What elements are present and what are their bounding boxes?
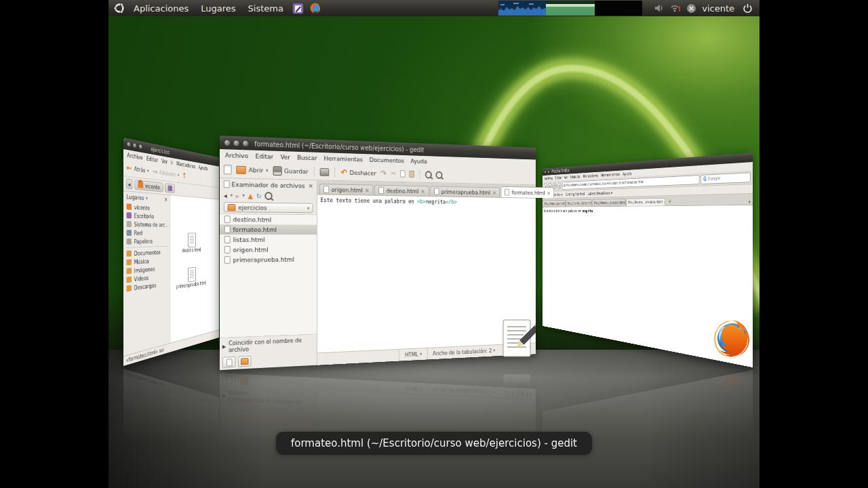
desktop-icon	[127, 212, 132, 218]
file-row-origen[interactable]: origen.html	[220, 245, 317, 255]
close-tab-icon[interactable]: ✕	[421, 188, 425, 194]
maximize-button[interactable]	[242, 140, 250, 147]
place-red[interactable]: Red	[123, 228, 170, 237]
tab-primeraprueba[interactable]: primeraprueba.html✕	[430, 186, 500, 197]
user-menu[interactable]: vicente	[702, 3, 734, 14]
close-tab-icon[interactable]: ✕	[547, 190, 550, 196]
file-icon	[505, 189, 509, 196]
cut-icon[interactable]: ✂	[391, 169, 396, 178]
file-browser-view-button[interactable]	[238, 356, 251, 367]
file-row-listas[interactable]: listas.html	[220, 235, 317, 245]
tab-formateo[interactable]: formateo.html✕	[501, 186, 554, 198]
language-combo[interactable]: HTML▾	[399, 348, 427, 361]
menu-ayuda[interactable]: Ayuda	[410, 157, 427, 165]
copy-icon[interactable]	[400, 170, 406, 177]
menu-buscar[interactable]: Buscar	[297, 154, 317, 162]
menu-ir[interactable]: Ir	[171, 159, 174, 166]
home-icon	[138, 182, 143, 188]
redo-icon[interactable]: ↷	[380, 170, 387, 177]
network-monitor-applet[interactable]	[595, 1, 642, 16]
paste-icon[interactable]	[410, 171, 415, 178]
documents-view-button[interactable]	[222, 357, 235, 368]
gedit-app-badge	[500, 317, 536, 365]
new-tab-icon[interactable]: ＋	[667, 197, 672, 206]
menu-herramientas[interactable]: Herramientas	[324, 155, 363, 163]
menu-aplicaciones[interactable]: Aplicaciones	[127, 3, 195, 14]
open-button[interactable]: Abrir▾	[236, 165, 268, 174]
file-icon	[224, 246, 231, 253]
tab-4[interactable]: file:///home...rmateo.html✕	[626, 198, 665, 206]
menu-herramientas[interactable]: Herramientas	[601, 171, 620, 178]
me-menu-icon[interactable]	[686, 3, 696, 14]
up-folder-icon[interactable]: ▲	[248, 192, 253, 199]
minimize-button[interactable]	[233, 139, 240, 146]
menu-archivo[interactable]: Archivo	[225, 151, 248, 159]
print-icon[interactable]	[320, 168, 330, 176]
replace-icon[interactable]	[436, 171, 443, 178]
places-header[interactable]: Lugares	[127, 193, 144, 201]
folder-videos-icon	[127, 277, 132, 283]
menu-ver[interactable]: Ver	[280, 153, 290, 161]
file-icon	[224, 236, 231, 243]
panel-header[interactable]: Examinador de archivos	[232, 180, 305, 189]
power-icon[interactable]	[743, 3, 753, 14]
menu-documentos[interactable]: Documentos	[370, 156, 404, 164]
nautilus-file-pane[interactable]: destino.html primeraprueba.html	[170, 195, 218, 343]
tab-3[interactable]: file:///home...destino.html✕	[592, 199, 625, 206]
places-close-icon[interactable]: ✕	[164, 197, 167, 203]
close-tab-icon[interactable]: ✕	[365, 187, 369, 194]
cpu-monitor-applet[interactable]	[498, 1, 546, 16]
menu-archivo[interactable]: Archivo	[127, 151, 142, 161]
menu-lugares[interactable]: Lugares	[195, 3, 241, 14]
crumb-next[interactable]	[165, 183, 175, 193]
search-box[interactable]: G Google	[701, 172, 751, 184]
desktop-icon	[167, 185, 172, 191]
forward-button[interactable]: → Adelante▾	[153, 168, 179, 178]
maximize-button[interactable]	[138, 143, 142, 150]
save-button[interactable]: Guardar	[273, 166, 309, 176]
tab-destino[interactable]: destino.html✕	[374, 185, 429, 196]
places-dropdown-icon[interactable]: ▾	[146, 196, 147, 201]
file-row-primeraprueba[interactable]: primeraprueba.html	[220, 254, 317, 265]
file-row-destino[interactable]: destino.html	[220, 214, 317, 225]
close-button[interactable]	[127, 141, 132, 148]
prev-location-icon[interactable]: ◂	[224, 192, 227, 199]
tab-width-combo[interactable]: Ancho de la tabulación: 2▾	[427, 345, 500, 360]
crumb-home[interactable]: vicente	[134, 180, 163, 192]
place-papelera[interactable]: Papelera	[123, 237, 170, 246]
new-document-icon[interactable]	[224, 165, 232, 174]
filter-icon[interactable]	[265, 192, 273, 200]
close-tab-icon[interactable]: ✕	[492, 190, 496, 196]
firefox-launcher-icon[interactable]	[309, 2, 321, 14]
bookmark-latest-headlines[interactable]: Latest Headlines ▾	[588, 190, 613, 196]
gedit-launcher-icon[interactable]	[292, 3, 304, 14]
place-sistema[interactable]: Sistema de arc...	[123, 220, 170, 228]
tab-origen[interactable]: origen.html✕	[319, 184, 374, 195]
menu-editar[interactable]: Editar	[256, 152, 274, 161]
up-icon[interactable]: ↑	[182, 173, 186, 180]
crumb-scroll-left[interactable]: ◂	[126, 178, 132, 189]
forward-icon: →	[153, 168, 157, 175]
ubuntu-logo[interactable]	[114, 3, 125, 14]
memory-monitor-applet[interactable]	[546, 1, 595, 16]
refresh-icon[interactable]: ↻	[256, 192, 262, 199]
next-location-icon[interactable]: ▸	[236, 192, 239, 199]
volume-icon[interactable]	[654, 3, 665, 13]
undo-button[interactable]: ↶ Deshacer	[340, 169, 376, 177]
menu-ayuda[interactable]: Ayuda	[199, 164, 208, 171]
folder-combo[interactable]: ejercicios ▾	[224, 202, 313, 213]
menu-ayuda[interactable]: Ayuda	[623, 171, 631, 176]
network-signal-icon[interactable]	[670, 3, 681, 13]
back-button[interactable]: ← Atrás▾	[127, 165, 149, 174]
tab-list-icon[interactable]: ▾	[749, 199, 751, 205]
close-button[interactable]	[224, 139, 231, 146]
menu-ver[interactable]: Ver	[161, 157, 167, 165]
panel-close-icon[interactable]: ✕	[309, 182, 313, 189]
menu-editar[interactable]: Editar	[146, 155, 158, 163]
menu-sistema[interactable]: Sistema	[242, 3, 290, 14]
file-row-formateo[interactable]: formateo.html	[220, 224, 317, 235]
search-icon[interactable]	[425, 171, 432, 178]
minimize-button[interactable]	[133, 142, 138, 149]
file-primeraprueba[interactable]: primeraprueba.html	[178, 266, 205, 290]
file-destino[interactable]: destino.html	[178, 232, 205, 253]
